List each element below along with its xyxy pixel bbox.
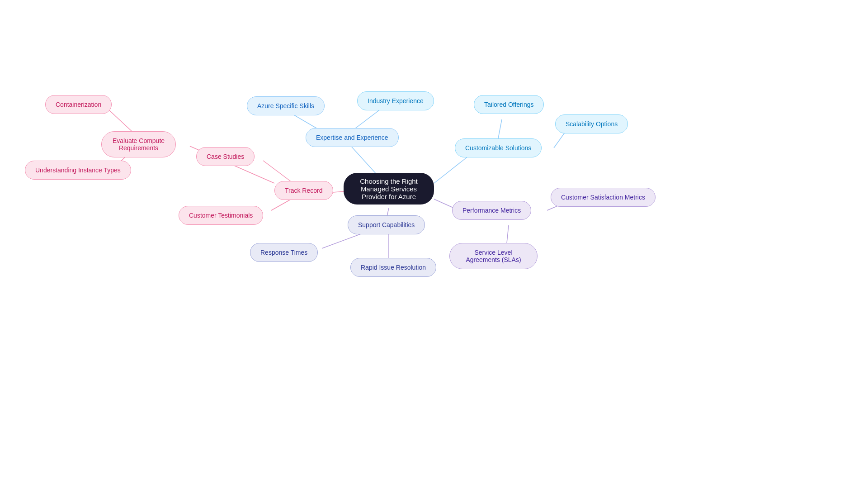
case-studies-node: Case Studies — [196, 147, 255, 166]
center-node: Choosing the Right Managed Services Prov… — [344, 173, 434, 205]
tailored-offerings-node: Tailored Offerings — [474, 95, 544, 114]
customer-satisfaction-node: Customer Satisfaction Metrics — [551, 188, 656, 207]
understanding-instance-types-node: Understanding Instance Types — [25, 161, 131, 180]
response-times-node: Response Times — [250, 243, 318, 262]
svg-line-9 — [434, 153, 472, 183]
containerization-node: Containerization — [45, 95, 112, 114]
azure-skills-node: Azure Specific Skills — [247, 96, 325, 115]
expertise-node: Expertise and Experience — [306, 128, 399, 147]
customizable-solutions-node: Customizable Solutions — [455, 138, 542, 157]
support-capabilities-node: Support Capabilities — [348, 215, 425, 234]
track-record-node: Track Record — [274, 181, 333, 200]
evaluate-compute-node: Evaluate Compute Requirements — [101, 131, 176, 157]
scalability-options-node: Scalability Options — [555, 114, 628, 133]
industry-experience-node: Industry Experience — [357, 91, 434, 110]
sla-node: Service Level Agreements (SLAs) — [449, 243, 538, 269]
performance-metrics-node: Performance Metrics — [452, 201, 531, 220]
customer-testimonials-node: Customer Testimonials — [179, 206, 263, 225]
rapid-issue-resolution-node: Rapid Issue Resolution — [350, 258, 436, 277]
